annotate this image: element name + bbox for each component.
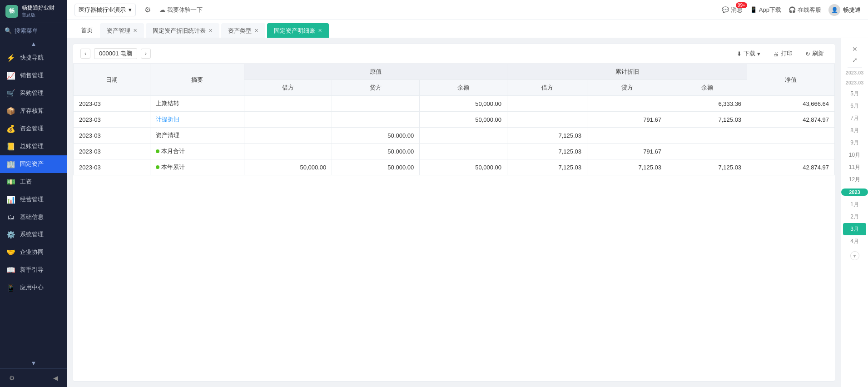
- prev-asset-btn[interactable]: ‹: [80, 49, 90, 59]
- customer-service-btn[interactable]: 🎧 在线客服: [789, 6, 821, 14]
- sidebar-item-payroll[interactable]: 💵 工资: [0, 173, 67, 191]
- print-label: 打印: [781, 50, 793, 58]
- collapse-sidebar-btn[interactable]: ◀: [50, 372, 61, 383]
- sidebar-item-inventory[interactable]: 📦 库存核算: [0, 102, 67, 120]
- sidebar-item-fixed-assets[interactable]: 🏢 固定资产: [0, 155, 67, 173]
- sidebar-nav: ⚡ 快捷导航 📈 销售管理 🛒 采购管理 📦 库存核算 💰 资金管理 📒 总账管…: [0, 49, 67, 358]
- scroll-up-btn[interactable]: ▲: [0, 39, 67, 49]
- content-area: ‹ 000001 电脑 › ⬇ 下载 ▾ 🖨 打印 ↻ 刷新: [67, 38, 868, 387]
- tab-home[interactable]: 首页: [74, 23, 99, 38]
- print-btn[interactable]: 🖨 打印: [769, 48, 796, 60]
- cell-orig-credit: 50,000.00: [332, 144, 420, 159]
- timeline-month-8[interactable]: 8月: [841, 124, 868, 137]
- search-menu[interactable]: 🔍 搜索菜单: [0, 23, 67, 39]
- sidebar-item-label: 总账管理: [20, 142, 44, 150]
- timeline-month-9[interactable]: 9月: [841, 137, 868, 149]
- refresh-label: 刷新: [812, 50, 824, 58]
- sidebar-item-cooperation[interactable]: 🤝 企业协同: [0, 243, 67, 261]
- timeline-month-6[interactable]: 6月: [841, 100, 868, 112]
- sidebar-item-purchase[interactable]: 🛒 采购管理: [0, 84, 67, 102]
- row-badge: 本月合计: [156, 147, 185, 155]
- th-accumulated-depreciation: 累计折旧: [507, 64, 747, 80]
- experience-btn[interactable]: ☁ 我要体验一下: [159, 6, 203, 14]
- messages-badge: 99+: [736, 2, 747, 8]
- download-btn[interactable]: ⬇ 下载 ▾: [733, 48, 764, 60]
- sidebar-header: 畅 畅捷通好业财 普及版: [0, 0, 67, 23]
- tab-depreciation-stat[interactable]: 固定资产折旧统计表 ✕: [146, 23, 219, 38]
- close-panel-btn[interactable]: ✕: [849, 44, 860, 55]
- timeline-month-10[interactable]: 10月: [841, 149, 868, 161]
- scroll-down-btn[interactable]: ▼: [0, 358, 67, 368]
- quick-nav-icon: ⚡: [6, 54, 15, 62]
- timeline-month-12[interactable]: 12月: [841, 174, 868, 186]
- cell-accum-debit: [507, 96, 587, 112]
- download-icon: ⬇: [737, 50, 742, 57]
- cell-orig-credit: [332, 112, 420, 128]
- cell-date: 2023-03: [74, 159, 150, 175]
- cell-orig-balance: 50,000.00: [420, 96, 507, 112]
- timeline-month-5[interactable]: 5月: [841, 88, 868, 100]
- cell-date: 2023-03: [74, 112, 150, 128]
- sidebar-item-ledger[interactable]: 📒 总账管理: [0, 138, 67, 155]
- sidebar-item-operations[interactable]: 📊 经营管理: [0, 191, 67, 208]
- tab-label: 固定资产折旧统计表: [153, 27, 206, 35]
- next-asset-btn[interactable]: ›: [141, 49, 151, 59]
- topbar: 医疗器械行业演示 ▾ ⚙ ☁ 我要体验一下 💬 消息 99+ 📱 App下载 🎧…: [67, 0, 868, 20]
- timeline-expand-btn[interactable]: ▼: [850, 251, 859, 260]
- sidebar-item-finance[interactable]: 💰 资金管理: [0, 120, 67, 138]
- asset-id-tag: 000001 电脑: [94, 48, 137, 59]
- sidebar-item-label: 应用中心: [20, 283, 44, 292]
- sidebar-item-label: 资金管理: [20, 124, 44, 133]
- th-summary: 摘要: [150, 64, 244, 96]
- tab-asset-type[interactable]: 资产类型 ✕: [221, 23, 265, 38]
- tab-asset-detail[interactable]: 固定资产明细账 ✕: [267, 23, 329, 38]
- app-download-btn[interactable]: 📱 App下载: [750, 6, 781, 14]
- timeline-month-4[interactable]: 4月: [841, 235, 868, 248]
- timeline-month-7[interactable]: 7月: [841, 112, 868, 124]
- main-table: 日期 摘要 原值 累计折旧 净值 借方 贷方 余额 借方 贷方 余额: [73, 64, 835, 175]
- timeline-year-badge[interactable]: 2023: [841, 189, 868, 196]
- cell-accum-balance: [667, 128, 747, 144]
- sidebar-item-label: 企业协同: [20, 248, 44, 256]
- timeline-month-2[interactable]: 2月: [841, 211, 868, 223]
- tab-close-icon[interactable]: ✕: [254, 28, 258, 34]
- user-menu[interactable]: 👤 畅捷通: [828, 4, 861, 16]
- cell-orig-credit: [332, 96, 420, 112]
- sidebar-item-sales[interactable]: 📈 销售管理: [0, 67, 67, 84]
- panel-controls: ✕ ⤢: [848, 42, 862, 68]
- sidebar-item-guide[interactable]: 📖 新手引导: [0, 261, 67, 279]
- toolbar-right: ⬇ 下载 ▾ 🖨 打印 ↻ 刷新: [733, 48, 828, 60]
- customer-service-icon: 🎧: [789, 6, 796, 13]
- main-container: 医疗器械行业演示 ▾ ⚙ ☁ 我要体验一下 💬 消息 99+ 📱 App下载 🎧…: [67, 0, 868, 387]
- download-dropdown-icon: ▾: [757, 50, 760, 57]
- expand-panel-btn[interactable]: ⤢: [849, 55, 860, 65]
- customer-service-label: 在线客服: [798, 6, 821, 14]
- topbar-settings-btn[interactable]: ⚙: [141, 4, 154, 16]
- messages-btn[interactable]: 💬 消息 99+: [722, 6, 743, 14]
- refresh-btn[interactable]: ↻ 刷新: [802, 48, 828, 60]
- cell-orig-debit: [244, 112, 332, 128]
- tab-close-icon[interactable]: ✕: [318, 28, 322, 34]
- company-selector[interactable]: 医疗器械行业演示 ▾: [74, 4, 136, 16]
- summary-text: 资产清理: [156, 132, 179, 139]
- row-badge: 本年累计: [156, 163, 185, 171]
- timeline-month-1[interactable]: 1月: [841, 198, 868, 211]
- sidebar-item-system[interactable]: ⚙️ 系统管理: [0, 226, 67, 243]
- timeline-month-3[interactable]: 3月: [843, 223, 866, 235]
- settings-footer-icon[interactable]: ⚙: [6, 372, 17, 383]
- fixed-assets-icon: 🏢: [6, 160, 15, 169]
- sidebar-item-app-center[interactable]: 📱 应用中心: [0, 279, 67, 297]
- tab-close-icon[interactable]: ✕: [133, 28, 137, 34]
- cell-accum-debit: [507, 112, 587, 128]
- summary-text: 上期结转: [156, 100, 179, 107]
- cell-orig-debit: [244, 96, 332, 112]
- app-logo: 畅: [5, 5, 18, 18]
- sidebar-item-quick-nav[interactable]: ⚡ 快捷导航: [0, 49, 67, 67]
- sidebar-item-basic-info[interactable]: 🗂 基础信息: [0, 208, 67, 226]
- tab-close-icon[interactable]: ✕: [208, 28, 213, 34]
- tab-home-label: 首页: [81, 26, 93, 35]
- cell-orig-balance: 50,000.00: [420, 159, 507, 175]
- sidebar-item-label: 采购管理: [20, 89, 44, 97]
- tab-asset-mgmt[interactable]: 资产管理 ✕: [100, 23, 144, 38]
- timeline-month-11[interactable]: 11月: [841, 161, 868, 174]
